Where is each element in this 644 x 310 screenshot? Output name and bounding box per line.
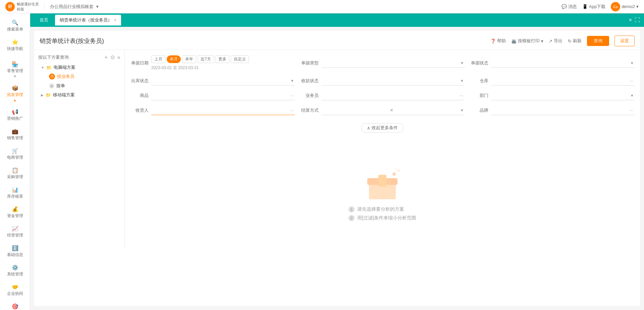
page-subtitle-dropdown[interactable]: ▾ xyxy=(96,4,99,9)
purchase-icon: 📋 xyxy=(12,167,18,173)
svg-point-5 xyxy=(395,168,396,170)
main-layout: 🔍 搜索菜单 ⭐ 快捷导航 🏪 零售管理 ▼ 📦 批发管理 ▲ 📢 营销推广 xyxy=(0,13,644,310)
search-icon: 🔍 xyxy=(12,19,18,26)
date-this-month-btn[interactable]: 本月 xyxy=(167,55,181,63)
sidebar-item-basic[interactable]: ℹ️ 基础信息 xyxy=(0,242,30,261)
sidebar-item-system[interactable]: ⚙️ 系统管理 xyxy=(0,261,30,280)
product-input[interactable]: ··· xyxy=(151,91,295,100)
sidebar-item-inventory[interactable]: 📊 库存核算 xyxy=(0,183,30,203)
tab-maximize-icon[interactable]: ⛶ xyxy=(635,17,640,23)
salesperson-filter-cell: 业务员 ··· xyxy=(300,91,465,100)
system-icon: ⚙️ xyxy=(12,264,18,271)
consignee-input[interactable]: ··· xyxy=(151,106,295,115)
date-more-btn[interactable]: 更多 xyxy=(215,55,229,63)
enterprise-icon: 🤝 xyxy=(12,284,18,290)
date-this-year-btn[interactable]: 本年 xyxy=(182,55,196,63)
date-filter-controls: 上月 本月 本年 近7天 更多 自定义 2023-03-01 至 2023-03… xyxy=(151,55,295,71)
top-bar: 好 畅捷通好生意 标版 办公用品行业模拟账套 ▾ 💬 消息 📱 App下载 Ea xyxy=(0,0,644,13)
mobile-section-item[interactable]: ▶ 📁 移动端方案 xyxy=(38,91,120,99)
date-custom-btn[interactable]: 自定义 xyxy=(231,55,249,63)
doc-status-select[interactable]: ▾ xyxy=(491,58,635,68)
empty-illustration xyxy=(362,167,402,201)
sidebar-item-ecommerce[interactable]: 🛒 电商管理 xyxy=(0,144,30,164)
page-title: 销货单统计表(按业务员) xyxy=(40,37,104,45)
sidebar-item-newbie[interactable]: 🎯 新手引导 xyxy=(0,300,30,310)
retail-icon: 🏪 xyxy=(12,61,18,67)
print-dropdown-icon: ▾ xyxy=(541,39,543,44)
tab-bar: 首页 销货单统计表（按业务员） × × ⛶ xyxy=(30,13,644,27)
export-icon: ↗ xyxy=(549,39,552,44)
query-button[interactable]: 查询 xyxy=(587,36,609,46)
doc-type-select[interactable]: ▾ xyxy=(321,58,465,68)
shipment-filter-cell: 出库状态 ▾ xyxy=(130,76,295,86)
brand-input[interactable]: ··· xyxy=(491,106,635,115)
doc-status-label: 单据状态 xyxy=(470,60,488,66)
add-scheme-icon[interactable]: + xyxy=(105,54,108,60)
by-order-scheme-item[interactable]: ⊞ 按单 xyxy=(46,81,120,91)
brand-label: 品牌 xyxy=(470,107,488,113)
export-button[interactable]: ↗ 导出 xyxy=(549,38,562,44)
date-last-month-btn[interactable]: 上月 xyxy=(151,55,165,63)
sidebar-item-operations[interactable]: 📈 经营管理 xyxy=(0,222,30,242)
settings-button[interactable]: 设置 xyxy=(614,36,635,46)
content-area: 首页 销货单统计表（按业务员） × × ⛶ 销货单统计表(按业务员) xyxy=(30,13,644,310)
sidebar-shortcut[interactable]: ⭐ 快捷导航 xyxy=(0,36,30,55)
settings-scheme-icon[interactable]: ⊙ xyxy=(110,54,115,60)
doc-type-filter-cell: 单据类型 ▾ xyxy=(300,58,465,68)
product-filter-cell: 商品 ··· xyxy=(130,91,295,100)
tab-home[interactable]: 首页 xyxy=(34,15,54,25)
filter-area: 单据日期 上月 本月 本年 近7天 更多 自定义 xyxy=(125,50,640,141)
inventory-icon: 📊 xyxy=(12,187,18,193)
marketing-icon: 📢 xyxy=(12,109,18,115)
panel-header: 按以下方案查询 + ⊙ « xyxy=(38,54,120,60)
department-filter-cell: 部门 ▾ xyxy=(470,91,635,100)
help-button[interactable]: ❓ 帮助 xyxy=(490,38,506,44)
shipment-select[interactable]: ▾ xyxy=(151,76,295,86)
sidebar-item-purchase[interactable]: 📋 采购管理 xyxy=(0,164,30,183)
sidebar-item-finance[interactable]: 💰 资金管理 xyxy=(0,203,30,222)
message-icon: 💬 xyxy=(561,4,567,9)
salesperson-scheme-item[interactable]: 员 按业务员 xyxy=(46,72,120,81)
warehouse-select[interactable]: ··· xyxy=(491,76,635,86)
sidebar: 🔍 搜索菜单 ⭐ 快捷导航 🏪 零售管理 ▼ 📦 批发管理 ▲ 📢 营销推广 xyxy=(0,13,30,310)
consignee-filter-cell: 收货人 ··· xyxy=(130,106,295,115)
sidebar-item-wholesale[interactable]: 📦 批发管理 ▲ xyxy=(0,82,30,105)
tab-bar-right: × ⛶ xyxy=(629,17,640,23)
collapse-row: ∧ 收起更多条件 xyxy=(130,120,635,135)
date-last7-btn[interactable]: 近7天 xyxy=(198,55,214,63)
page-content: 销货单统计表(按业务员) ❓ 帮助 🖨️ 按模板打印 ▾ xyxy=(30,27,644,310)
mobile-arrow-icon: ▶ xyxy=(41,93,44,97)
user-menu[interactable]: Ea demo2 ▾ xyxy=(611,2,639,11)
salesperson-input[interactable]: ··· xyxy=(321,91,465,100)
tab-active[interactable]: 销货单统计表（按业务员） × xyxy=(55,15,121,25)
refresh-button[interactable]: ↻ 刷新 xyxy=(568,38,582,44)
refresh-icon: ↻ xyxy=(568,39,572,44)
print-button[interactable]: 🖨️ 按模板打印 ▾ xyxy=(511,38,543,44)
settlement-clear-icon[interactable]: ✕ xyxy=(390,108,393,113)
department-label: 部门 xyxy=(470,93,488,99)
sidebar-item-marketing[interactable]: 📢 营销推广 xyxy=(0,105,30,125)
sidebar-item-sales[interactable]: 💼 销售管理 xyxy=(0,125,30,144)
tab-close-window-icon[interactable]: × xyxy=(629,17,632,23)
logo-text: 畅捷通好生意 标版 xyxy=(17,2,39,11)
salesperson-label: 业务员 xyxy=(300,93,319,99)
settlement-select[interactable]: ✕ ▾ xyxy=(321,106,465,115)
payment-label: 收款状态 xyxy=(300,78,319,84)
app-download-button[interactable]: 📱 App下载 xyxy=(582,4,605,10)
sidebar-item-enterprise[interactable]: 🤝 企业协同 xyxy=(0,280,30,300)
message-button[interactable]: 💬 消息 xyxy=(561,4,577,10)
logo-icon: 好 xyxy=(5,2,15,11)
collapse-filters-button[interactable]: ∧ 收起更多条件 xyxy=(361,123,404,133)
top-bar-left: 好 畅捷通好生意 标版 办公用品行业模拟账套 ▾ xyxy=(5,2,99,11)
sidebar-item-retail[interactable]: 🏪 零售管理 ▼ xyxy=(0,58,30,82)
date-filter-cell: 单据日期 上月 本月 本年 近7天 更多 自定义 xyxy=(130,55,295,71)
collapse-panel-icon[interactable]: « xyxy=(117,54,120,60)
tab-close-button[interactable]: × xyxy=(114,18,116,22)
desktop-section-item: ▼ 📁 电脑端方案 xyxy=(38,63,120,72)
date-range-display: 2023-03-01 至 2023-03-31 xyxy=(151,65,295,71)
salesperson-dot: 员 xyxy=(49,73,55,80)
sidebar-search[interactable]: 🔍 搜索菜单 xyxy=(0,16,30,36)
payment-select[interactable]: ▾ xyxy=(321,76,465,86)
warehouse-filter-cell: 仓库 ··· xyxy=(470,76,635,86)
department-select[interactable]: ▾ xyxy=(491,91,635,100)
